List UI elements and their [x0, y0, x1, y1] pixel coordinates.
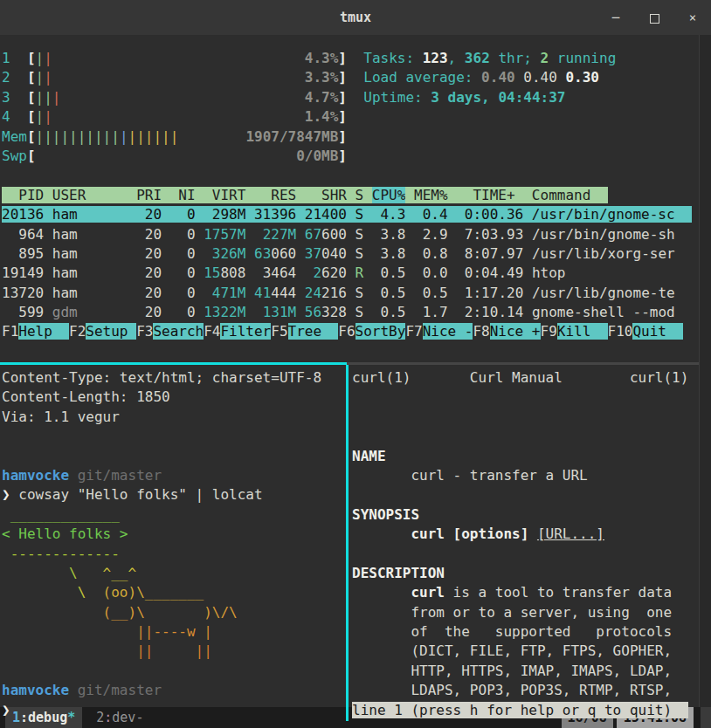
shell-command: ❯ cowsay "Hello folks" | lolcat	[2, 485, 346, 505]
man-header: curl(1) Curl Manual curl(1)	[352, 368, 711, 388]
window-controls: ─ ×	[608, 0, 701, 35]
fkey-label: F4	[204, 323, 220, 340]
close-button[interactable]: ×	[685, 0, 701, 35]
maximize-button[interactable]	[646, 0, 662, 35]
man-pane[interactable]: curl(1) Curl Manual curl(1)NAME curl - t…	[349, 365, 711, 721]
man-text: of the supported protocols	[352, 622, 711, 642]
fkey-sortby: SortBy	[356, 323, 406, 340]
text-segment: ]	[338, 89, 347, 106]
process-row[interactable]: 895 ham 20 0 326M 63060 37040 S 3.8 0.8 …	[2, 244, 711, 264]
text-segment: [	[27, 50, 36, 66]
sort-column-cpu: CPU%	[372, 187, 406, 203]
fkey-quit: Quit	[632, 323, 683, 340]
text-segment: Load average:	[363, 69, 481, 86]
text-segment: 0.5 0.0 0:04.49 htop	[363, 264, 565, 281]
text-segment: 15	[204, 264, 220, 281]
text-segment: ]	[338, 50, 347, 66]
prompt-chevron: ❯	[2, 486, 10, 503]
text-segment: S 3.8 2.9 7:03.93 /usr/bin/gnome-sh	[347, 226, 675, 243]
http-response-header: Content-Length: 1850	[2, 388, 346, 407]
text-segment: 24	[305, 285, 321, 301]
text-segment: 040	[321, 245, 347, 262]
text-segment	[352, 525, 411, 542]
text-segment: 13720 ham 20 0	[2, 285, 212, 301]
text-segment	[178, 128, 245, 145]
text-segment: Content-Type: text/html; charset=UTF-8	[2, 369, 321, 386]
text-segment: Swp	[2, 148, 27, 164]
cpu-meter-4: 4 [|| 1.4%]	[2, 107, 711, 127]
text-segment: 0.30	[565, 69, 599, 86]
scrollbar-gutter[interactable]	[699, 35, 711, 707]
fkey-help: Help	[18, 323, 69, 340]
text-segment: 3 days, 04:44:37	[431, 89, 565, 106]
process-row[interactable]: 19149 ham 20 0 15808 3464 2620 R 0.5 0.0…	[2, 264, 711, 283]
text-segment: [	[27, 108, 36, 125]
text-segment: HTTP, HTTPS, IMAP, IMAPS, LDAP,	[352, 663, 672, 679]
text-segment	[296, 304, 305, 320]
maximize-icon	[650, 14, 659, 24]
text-segment: [	[27, 69, 36, 86]
mem-meter: Mem[||||||||||||||||| 1907/7847MB]	[2, 127, 711, 147]
text-segment: PID USER PRI NI VIRT RES SHR S	[2, 187, 372, 203]
fkey-label: F2	[69, 323, 86, 340]
process-table-header[interactable]: PID USER PRI NI VIRT RES SHR S CPU% MEM%…	[2, 186, 711, 205]
prompt-user: hamvocke	[2, 467, 69, 484]
terminal-area[interactable]: 1 [|| 4.3%] Tasks: 123, 362 thr; 2 runni…	[0, 35, 711, 707]
text-segment: -------------	[2, 546, 120, 562]
process-row[interactable]: 599 gdm 20 0 1322M 131M 56328 S 0.5 1.7 …	[2, 303, 711, 322]
text-segment	[296, 245, 305, 262]
text-segment: gdm	[52, 304, 78, 320]
text-segment: curl(1) Curl Manual curl(1)	[352, 369, 688, 386]
text-segment: 1322M	[204, 304, 245, 320]
text-segment: |	[52, 89, 61, 106]
man-section-heading: NAME	[352, 447, 711, 466]
text-segment: 0.40	[523, 69, 557, 86]
text-segment: ||||||	[128, 128, 179, 145]
text-segment: ||||||||||	[36, 128, 120, 145]
text-segment: thr;	[490, 50, 541, 66]
cowsay-cow: \ ^__^	[2, 564, 346, 583]
text-segment: NAME	[352, 448, 386, 464]
cowsay-cow: \ (oo)\_______	[2, 583, 346, 602]
fkey-filter: Filter	[220, 323, 271, 340]
htop-pane[interactable]: 1 [|| 4.3%] Tasks: 123, 362 thr; 2 runni…	[0, 35, 711, 362]
text-segment: is a tool to transfer data	[445, 584, 672, 601]
text-segment: DESCRIPTION	[352, 565, 445, 581]
text-segment: 328	[321, 304, 347, 320]
cowsay-cow: || ||	[2, 642, 346, 661]
shell-pane[interactable]: Content-Type: text/html; charset=UTF-8Co…	[0, 365, 346, 721]
text-segment: 3464	[245, 264, 313, 281]
text-segment: from or to a server, using one	[352, 604, 672, 621]
shell-prompt: ❯	[2, 701, 346, 720]
fkey-label: F7	[405, 323, 422, 340]
text-segment: |	[36, 69, 45, 86]
text-segment: ,	[448, 50, 465, 66]
http-response-header: Content-Type: text/html; charset=UTF-8	[2, 368, 346, 388]
text-segment: 123	[423, 50, 448, 66]
text-segment: ||----w |	[2, 623, 212, 640]
text-segment	[36, 148, 297, 164]
text-segment	[528, 525, 537, 542]
minimize-button[interactable]: ─	[608, 0, 624, 35]
text-segment	[245, 285, 254, 301]
text-segment: 4.7%	[305, 89, 339, 106]
prompt-chevron: ❯	[2, 702, 10, 718]
text-segment: 326M	[212, 245, 246, 262]
text-segment: 362	[465, 50, 490, 66]
text-segment: curl	[411, 584, 445, 601]
text-segment: curl - transfer a URL	[352, 467, 588, 484]
cowsay-bubble-text: < Hello folks >	[2, 525, 346, 544]
text-segment: 19149 ham 20 0	[2, 264, 204, 281]
text-segment: 216	[321, 285, 347, 301]
process-row[interactable]: 964 ham 20 0 1757M 227M 67600 S 3.8 2.9 …	[2, 225, 711, 244]
titlebar: tmux ─ ×	[0, 0, 711, 35]
man-pager-status: line 1 (press h for help or q to quit)	[352, 701, 711, 720]
text-segment: 1.4%	[305, 108, 339, 125]
text-segment: 444	[271, 285, 296, 301]
blank-line	[352, 545, 711, 564]
window-title: tmux	[340, 10, 371, 25]
fkey-menu[interactable]: F1Help F2Setup F3SearchF4FilterF5Tree F6…	[2, 322, 711, 341]
process-row-selected[interactable]: 20136 ham 20 0 298M 31396 21400 S 4.3 0.…	[2, 205, 711, 224]
process-row[interactable]: 13720 ham 20 0 471M 41444 24216 S 0.5 0.…	[2, 284, 711, 303]
text-segment: S 0.5 0.5 1:17.20 /usr/lib/gnome-te	[347, 285, 675, 301]
